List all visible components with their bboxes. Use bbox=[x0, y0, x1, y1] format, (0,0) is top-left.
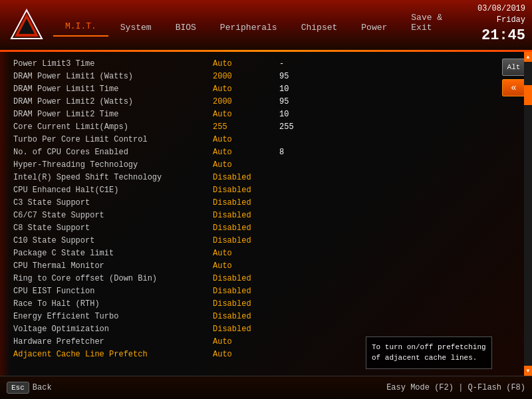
setting-name: No. of CPU Cores Enabled bbox=[13, 148, 213, 157]
setting-name: DRAM Power Limit2 Time bbox=[13, 110, 213, 119]
setting-name: Intel(R) Speed Shift Technology bbox=[13, 173, 213, 182]
nav-item-power[interactable]: Power bbox=[349, 19, 399, 37]
setting-value: Disabled bbox=[213, 287, 279, 296]
table-row[interactable]: Energy Efficient TurboDisabled bbox=[13, 310, 482, 323]
table-row[interactable]: Turbo Per Core Limit ControlAuto bbox=[13, 133, 482, 146]
setting-name: Race To Halt (RTH) bbox=[13, 299, 213, 309]
setting-value: Disabled bbox=[213, 211, 279, 220]
setting-name: C3 State Support bbox=[13, 198, 213, 207]
table-row[interactable]: Core Current Limit(Amps)255255 bbox=[13, 120, 482, 133]
setting-value: Disabled bbox=[213, 223, 279, 233]
setting-value: Disabled bbox=[213, 236, 279, 245]
setting-value: 2000 bbox=[213, 72, 279, 81]
scrollbar-track: ▲ ▼ bbox=[524, 52, 532, 376]
aorus-logo: AORUS bbox=[10, 9, 43, 42]
table-row[interactable]: Voltage OptimizationDisabled bbox=[13, 323, 482, 335]
setting-value: Auto bbox=[213, 249, 279, 258]
setting-extra: 95 bbox=[279, 72, 319, 81]
setting-value: Disabled bbox=[213, 325, 279, 334]
nav-item-system[interactable]: System bbox=[108, 19, 164, 37]
setting-value: Auto bbox=[213, 337, 279, 346]
setting-extra: 95 bbox=[279, 97, 319, 106]
setting-name: Adjacent Cache Line Prefetch bbox=[13, 350, 213, 359]
nav-item-peripherals[interactable]: Peripherals bbox=[208, 19, 289, 37]
table-row[interactable]: Ring to Core offset (Down Bin)Disabled bbox=[13, 272, 482, 285]
table-row[interactable]: CPU Enhanced Halt(C1E)Disabled bbox=[13, 184, 482, 196]
table-row[interactable]: C8 State SupportDisabled bbox=[13, 221, 482, 234]
content-panel: Power Limit3 TimeAuto-DRAM Power Limit1 … bbox=[0, 52, 495, 376]
settings-table: Power Limit3 TimeAuto-DRAM Power Limit1 … bbox=[13, 57, 482, 360]
table-row[interactable]: DRAM Power Limit2 (Watts)200095 bbox=[13, 95, 482, 108]
setting-name: Hardware Prefetcher bbox=[13, 337, 213, 346]
nav-item-save-exit[interactable]: Save & Exit bbox=[399, 9, 477, 37]
table-row[interactable]: Race To Halt (RTH)Disabled bbox=[13, 297, 482, 310]
back-label: Back bbox=[33, 383, 52, 392]
table-row[interactable]: C10 State SupportDisabled bbox=[13, 234, 482, 247]
table-row[interactable]: DRAM Power Limit1 TimeAuto10 bbox=[13, 82, 482, 95]
scrollbar-up-arrow[interactable]: ▲ bbox=[524, 52, 532, 62]
setting-name: C6/C7 State Support bbox=[13, 211, 213, 220]
scrollbar-thumb[interactable] bbox=[524, 85, 532, 105]
setting-value: Disabled bbox=[213, 299, 279, 309]
table-row[interactable]: Hyper-Threading TechnologyAuto bbox=[13, 158, 482, 171]
setting-name: Core Current Limit(Amps) bbox=[13, 122, 213, 132]
setting-value: Auto bbox=[213, 160, 279, 170]
top-bar: AORUS M.I.T. System BIOS Peripherals Chi… bbox=[0, 0, 532, 50]
setting-extra: 255 bbox=[279, 122, 319, 132]
setting-value: Disabled bbox=[213, 198, 279, 207]
table-row[interactable]: CPU EIST FunctionDisabled bbox=[13, 285, 482, 297]
table-row[interactable]: No. of CPU Cores EnabledAuto8 bbox=[13, 146, 482, 158]
alt-button[interactable]: Alt bbox=[502, 59, 526, 76]
setting-name: CPU EIST Function bbox=[13, 287, 213, 296]
setting-value: Auto bbox=[213, 135, 279, 144]
scrollbar-down-arrow[interactable]: ▼ bbox=[524, 366, 532, 376]
table-row[interactable]: Intel(R) Speed Shift TechnologyDisabled bbox=[13, 171, 482, 184]
setting-value: Auto bbox=[213, 148, 279, 157]
setting-name: CPU Thermal Monitor bbox=[13, 261, 213, 271]
table-row[interactable]: C6/C7 State SupportDisabled bbox=[13, 209, 482, 221]
setting-name: C10 State Support bbox=[13, 236, 213, 245]
nav-item-chipset[interactable]: Chipset bbox=[289, 19, 350, 37]
chevron-button[interactable]: « bbox=[502, 79, 526, 96]
time-display: 21:45 bbox=[477, 26, 525, 47]
nav-item-bios[interactable]: BIOS bbox=[164, 19, 208, 37]
date-display: 03/08/2019 bbox=[477, 3, 525, 15]
table-row[interactable]: DRAM Power Limit2 TimeAuto10 bbox=[13, 108, 482, 120]
table-row[interactable]: Power Limit3 TimeAuto- bbox=[13, 57, 482, 70]
setting-value: Auto bbox=[213, 350, 279, 359]
bottom-bar: Esc Back Easy Mode (F2) | Q-Flash (F8) bbox=[0, 376, 532, 399]
setting-name: DRAM Power Limit1 Time bbox=[13, 84, 213, 94]
setting-name: CPU Enhanced Halt(C1E) bbox=[13, 186, 213, 195]
setting-value: Auto bbox=[213, 59, 279, 68]
table-row[interactable]: DRAM Power Limit1 (Watts)200095 bbox=[13, 70, 482, 82]
esc-button[interactable]: Esc Back bbox=[7, 382, 52, 394]
setting-name: Package C State limit bbox=[13, 249, 213, 258]
table-row[interactable]: C3 State SupportDisabled bbox=[13, 196, 482, 209]
main-content: Power Limit3 TimeAuto-DRAM Power Limit1 … bbox=[0, 52, 532, 376]
setting-value: 2000 bbox=[213, 97, 279, 106]
right-panel: Alt « To turn on/off prefetching of adja… bbox=[495, 52, 532, 376]
setting-name: Turbo Per Core Limit Control bbox=[13, 135, 213, 144]
table-row[interactable]: CPU Thermal MonitorAuto bbox=[13, 259, 482, 272]
setting-name: DRAM Power Limit2 (Watts) bbox=[13, 97, 213, 106]
setting-value: Auto bbox=[213, 261, 279, 271]
setting-value: Disabled bbox=[213, 274, 279, 283]
table-row[interactable]: Package C State limitAuto bbox=[13, 247, 482, 259]
separator-line bbox=[0, 50, 532, 52]
setting-value: Disabled bbox=[213, 186, 279, 195]
nav-item-mit[interactable]: M.I.T. bbox=[53, 17, 108, 37]
setting-extra: 10 bbox=[279, 110, 319, 119]
setting-name: C8 State Support bbox=[13, 223, 213, 233]
setting-value: Auto bbox=[213, 110, 279, 119]
tooltip-text: To turn on/off prefetching of adjacent c… bbox=[372, 343, 486, 361]
datetime-display: 03/08/2019 Friday 21:45 bbox=[477, 3, 525, 46]
setting-extra: - bbox=[279, 59, 319, 68]
logo-area: AORUS bbox=[7, 9, 47, 42]
bottom-shortcuts: Easy Mode (F2) | Q-Flash (F8) bbox=[386, 383, 525, 392]
setting-extra: 8 bbox=[279, 148, 319, 157]
setting-extra: 10 bbox=[279, 84, 319, 94]
day-display: Friday bbox=[477, 15, 525, 26]
setting-value: Auto bbox=[213, 84, 279, 94]
nav-menu: M.I.T. System BIOS Peripherals Chipset P… bbox=[53, 9, 477, 42]
setting-name: Energy Efficient Turbo bbox=[13, 312, 213, 321]
